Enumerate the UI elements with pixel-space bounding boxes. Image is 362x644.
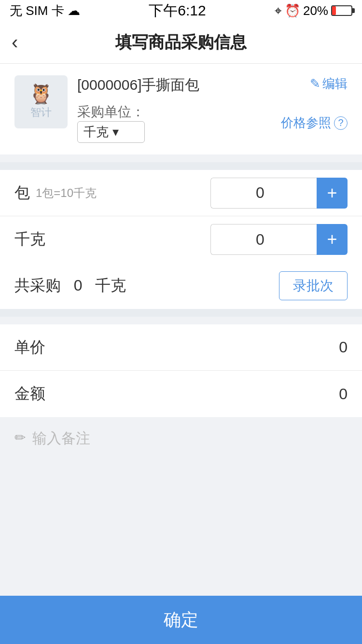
location-icon: ⌖ (275, 3, 282, 18)
unit-price-label: 单价 (14, 337, 45, 358)
product-info: [0000006]手撕面包 ✎ 编辑 采购单位： 千克 ▾ 价格参照 ? (77, 75, 348, 143)
page-title: 填写商品采购信息 (115, 31, 247, 54)
input-section: 包 1包=10千克 + 千克 + (0, 170, 362, 263)
kg-label: 千克 (14, 229, 45, 250)
unit-label: 采购单位： 千克 ▾ (77, 103, 145, 143)
product-logo-label: 智计 (30, 105, 52, 120)
edit-icon: ✎ (310, 76, 320, 91)
nav-bar: ‹ 填写商品采购信息 (0, 21, 362, 64)
confirm-button[interactable]: 确定 (0, 596, 362, 644)
sim-status: 无 SIM 卡 ☁ (10, 2, 80, 19)
price-info-section: 单价 0 金额 0 (0, 324, 362, 417)
unit-price-value: 0 (339, 338, 348, 356)
summary-row: 共采购 0 千克 录批次 (0, 263, 362, 309)
section-divider-1 (0, 162, 362, 170)
section-divider-2 (0, 309, 362, 317)
kg-input-row: 千克 + (0, 216, 362, 263)
bag-input-right: + (210, 178, 348, 209)
bag-label: 包 1包=10千克 (14, 182, 97, 204)
kg-quantity-input[interactable] (210, 224, 317, 255)
status-time: 下午6:12 (149, 1, 206, 21)
product-logo-icon: 🦉 (29, 84, 53, 103)
summary-value: 0 (74, 277, 83, 294)
back-button[interactable]: ‹ (12, 31, 18, 53)
status-bar: 无 SIM 卡 ☁ 下午6:12 ⌖ ⏰ 20% (0, 0, 362, 21)
kg-plus-button[interactable]: + (317, 224, 348, 255)
kg-input-right: + (210, 224, 348, 255)
chevron-down-icon: ▾ (112, 125, 119, 140)
pencil-icon: ✏ (14, 430, 26, 446)
edit-label: 编辑 (322, 75, 348, 92)
help-icon: ? (334, 116, 348, 130)
status-left: 无 SIM 卡 ☁ (10, 2, 80, 19)
summary-unit: 千克 (95, 277, 126, 294)
amount-row: 金额 0 (0, 371, 362, 417)
bag-quantity-input[interactable] (210, 178, 317, 209)
unit-select[interactable]: 千克 ▾ (77, 121, 145, 143)
notes-placeholder: 输入备注 (32, 429, 90, 448)
notes-section[interactable]: ✏ 输入备注 (0, 417, 362, 465)
product-card: 🦉 智计 [0000006]手撕面包 ✎ 编辑 采购单位： 千克 ▾ (0, 64, 362, 154)
bag-sub-label: 1包=10千克 (36, 185, 97, 201)
empty-space (0, 465, 362, 610)
product-thumbnail: 🦉 智计 (14, 75, 68, 128)
bag-plus-button[interactable]: + (317, 178, 348, 209)
price-ref-label: 价格参照 (281, 114, 331, 131)
price-reference-button[interactable]: 价格参照 ? (281, 114, 348, 131)
product-name: [0000006]手撕面包 (77, 75, 199, 95)
batch-button[interactable]: 录批次 (279, 271, 348, 300)
battery-icon (331, 5, 352, 16)
battery-percent: 20% (303, 3, 328, 18)
status-right: ⌖ ⏰ 20% (275, 3, 352, 18)
bag-input-row: 包 1包=10千克 + (0, 170, 362, 216)
alarm-icon: ⏰ (285, 3, 300, 18)
unit-price-row: 单价 0 (0, 324, 362, 371)
edit-button[interactable]: ✎ 编辑 (310, 75, 348, 92)
summary-text: 共采购 0 千克 (14, 275, 126, 296)
amount-value: 0 (339, 385, 348, 403)
amount-label: 金额 (14, 383, 45, 405)
